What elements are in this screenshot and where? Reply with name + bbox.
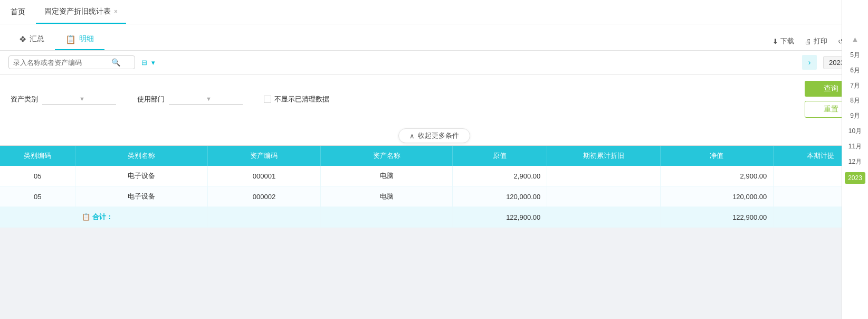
top-nav: 首页 固定资产折旧统计表 × ✕ (0, 0, 868, 24)
sidebar-month[interactable]: 5月 (846, 48, 864, 63)
collapse-up-icon: ∧ (409, 132, 415, 140)
table-col-header: 类别名称 (75, 146, 207, 166)
table-cell: 000002 (207, 186, 321, 207)
collapse-row: ∧ 收起更多条件 (11, 124, 857, 145)
search-bar: 🔍 ⊟ ▾ › 2023.01 (0, 51, 868, 74)
print-btn[interactable]: 🖨 打印 (805, 36, 827, 46)
more-conditions-btn[interactable]: ⊟ ▾ (141, 59, 155, 67)
asset-type-arrow: ▼ (79, 96, 113, 102)
table-col-header: 净值 (660, 146, 774, 166)
table-col-header: 类别编码 (0, 146, 75, 166)
table-wrap: 类别编码类别名称资产编码资产名称原值期初累计折旧净值本期计提 05电子设备000… (0, 146, 868, 228)
table-cell: 2,900.00 (453, 166, 547, 186)
sidebar-month[interactable]: 7月 (846, 78, 864, 93)
table-body: 05电子设备000001电脑2,900.002,900.0005电子设备0000… (0, 166, 868, 228)
detail-icon: 📋 (65, 34, 76, 44)
nav-tab-label: 固定资产折旧统计表 (44, 7, 111, 16)
sub-tabs-bar: ❖ 汇总 📋 明细 ⬇ 下载 🖨 打印 ↺ 刷新 (0, 24, 868, 51)
filter-icon: ⊟ (141, 59, 147, 67)
table-cell: 05 (0, 166, 75, 186)
collapse-btn[interactable]: ∧ 收起更多条件 (398, 128, 470, 143)
table-cell: 000001 (207, 166, 321, 186)
nav-tab-close[interactable]: × (114, 8, 118, 15)
tab-detail-label: 明细 (79, 34, 94, 44)
sidebar-month[interactable]: 8月 (846, 93, 864, 108)
table-col-header: 期初累计折旧 (547, 146, 661, 166)
table-cell: 120,000.00 (660, 186, 774, 207)
sidebar-month[interactable]: 11月 (846, 139, 864, 154)
print-label: 打印 (814, 36, 827, 46)
table-col-header: 资产名称 (321, 146, 453, 166)
search-input[interactable] (13, 59, 108, 67)
print-icon: 🖨 (805, 37, 812, 45)
table-row: 05电子设备000001电脑2,900.002,900.00 (0, 166, 868, 186)
data-table: 类别编码类别名称资产编码资产名称原值期初累计折旧净值本期计提 05电子设备000… (0, 146, 868, 228)
table-cell: 120,000.00 (453, 186, 547, 207)
total-cell (547, 207, 661, 228)
sidebar-scroll-up[interactable]: ▲ (842, 32, 868, 46)
download-icon: ⬇ (772, 37, 778, 45)
table-row: 05电子设备000002电脑120,000.00120,000.00 (0, 186, 868, 207)
download-label: 下载 (780, 36, 794, 46)
sidebar-month[interactable]: 12月 (846, 154, 864, 170)
table-cell: 2,900.00 (660, 166, 774, 186)
hide-cleared-checkbox[interactable]: 不显示已清理数据 (264, 95, 329, 104)
expand-right-btn[interactable]: › (802, 55, 817, 70)
total-cell: 122,900.00 (660, 207, 774, 228)
table-cell (547, 186, 661, 207)
search-input-wrap[interactable]: 🔍 (8, 55, 135, 69)
table-cell: 电脑 (321, 186, 453, 207)
department-label: 使用部门 (137, 95, 165, 104)
tab-summary[interactable]: ❖ 汇总 (8, 29, 55, 50)
asset-type-select[interactable]: ▼ (42, 95, 116, 105)
summary-icon: ❖ (19, 34, 26, 44)
table-cell: 电子设备 (75, 166, 207, 186)
department-arrow: ▼ (206, 96, 240, 102)
more-conditions-arrow: ▾ (151, 59, 155, 67)
sidebar-month[interactable]: 9月 (846, 108, 864, 124)
tab-detail[interactable]: 📋 明细 (55, 29, 104, 50)
total-cell (207, 207, 321, 228)
table-cell (547, 166, 661, 186)
department-select[interactable]: ▼ (169, 95, 243, 105)
table-header: 类别编码类别名称资产编码资产名称原值期初累计折旧净值本期计提 (0, 146, 868, 166)
download-btn[interactable]: ⬇ 下载 (772, 36, 794, 46)
department-filter: 使用部门 ▼ (137, 95, 243, 105)
tab-summary-label: 汇总 (30, 34, 44, 44)
checkbox-box[interactable] (264, 96, 271, 103)
sub-tabs-left: ❖ 汇总 📋 明细 (8, 24, 104, 50)
table-cell: 电脑 (321, 166, 453, 186)
nav-tab-fixed-assets[interactable]: 固定资产折旧统计表 × (36, 0, 126, 24)
nav-home[interactable]: 首页 (0, 0, 36, 24)
total-cell (0, 207, 75, 228)
hide-cleared-label: 不显示已清理数据 (274, 95, 329, 104)
sidebar-month[interactable]: 10月 (846, 124, 864, 139)
collapse-label: 收起更多条件 (418, 131, 459, 140)
year-badge[interactable]: 2023 (845, 172, 865, 184)
search-icon: 🔍 (111, 58, 120, 67)
table-col-header: 资产编码 (207, 146, 321, 166)
filter-area: 资产类别 ▼ 使用部门 ▼ 不显示已清理数据 查询 重置 ∧ 收起更多条件 (0, 74, 868, 146)
sidebar-month[interactable]: 6月 (846, 63, 864, 78)
asset-type-filter: 资产类别 ▼ (11, 95, 116, 105)
table-col-header: 原值 (453, 146, 547, 166)
filter-row: 资产类别 ▼ 使用部门 ▼ 不显示已清理数据 查询 重置 (11, 81, 857, 124)
table-total-row: 📋合计：122,900.00122,900.00 (0, 207, 868, 228)
total-cell (321, 207, 453, 228)
total-cell: 📋合计： (75, 207, 207, 228)
asset-type-label: 资产类别 (11, 95, 38, 104)
table-cell: 电子设备 (75, 186, 207, 207)
right-sidebar: ▲ 5月6月7月8月9月10月11月12月 2023 (842, 0, 868, 319)
table-cell: 05 (0, 186, 75, 207)
total-cell: 122,900.00 (453, 207, 547, 228)
